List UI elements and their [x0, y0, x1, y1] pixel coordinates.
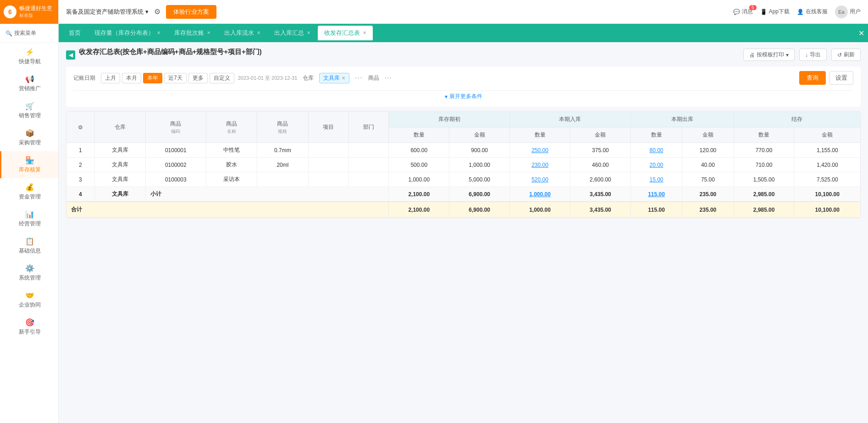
date-btn-custom[interactable]: 自定义: [210, 73, 234, 83]
app-download-label: App下载: [769, 8, 790, 16]
tab-close-icon[interactable]: ✕: [157, 31, 160, 35]
system-name-dropdown[interactable]: 装备及固定资产辅助管理系统 ▾: [66, 8, 149, 16]
warehouse-tag-close[interactable]: ✕: [342, 76, 345, 81]
tab-close-icon[interactable]: ✕: [307, 31, 310, 35]
date-btn-this-month[interactable]: 本月: [122, 73, 141, 83]
cell-out-qty[interactable]: 15.00: [630, 172, 682, 187]
cell-in-qty[interactable]: 250.00: [510, 143, 570, 158]
tab-home-label: 首页: [69, 29, 81, 37]
user-action[interactable]: Ea 用户: [835, 5, 861, 18]
warehouse-tag-text: 文具库: [323, 74, 340, 82]
th-goods-spec: 商品规格: [257, 112, 308, 143]
th-opening-amt: 金额: [449, 127, 510, 143]
sidebar-item-inventory[interactable]: 🏪 库存核算: [0, 151, 58, 178]
sidebar-item-operations[interactable]: 📊 经营管理: [0, 205, 58, 232]
tab-home[interactable]: 首页: [62, 26, 87, 40]
total-in-amt: 3,435.00: [570, 202, 630, 218]
avatar: Ea: [835, 5, 848, 18]
search-menu-button[interactable]: 🔍 搜索菜单: [4, 27, 55, 39]
th-group-opening: 库存期初: [389, 112, 510, 127]
sidebar-item-system[interactable]: ⚙️ 系统管理: [0, 259, 58, 286]
main-area: 装备及固定资产辅助管理系统 ▾ ⚙ 体验行业方案 💬 消息 6 📱 App下载 …: [59, 0, 868, 423]
cell-out-qty[interactable]: 20.00: [630, 158, 682, 172]
refresh-btn[interactable]: ↺ 刷新: [831, 49, 861, 61]
app-download-action[interactable]: 📱 App下载: [760, 8, 790, 16]
warehouse-tag: 文具库 ✕: [319, 73, 349, 83]
messages-action[interactable]: 💬 消息 6: [733, 8, 753, 16]
query-button[interactable]: 查询: [799, 71, 826, 85]
tab-label: 库存批次账: [174, 29, 204, 37]
export-btn[interactable]: ↓ 导出: [799, 49, 827, 61]
close-all-tabs-button[interactable]: ✕: [858, 29, 864, 38]
tab-batch-account[interactable]: 库存批次账 ✕: [168, 26, 217, 40]
tab-close-icon[interactable]: ✕: [257, 31, 260, 35]
inventory-icon: 🏪: [25, 156, 34, 165]
th-in-qty: 数量: [510, 127, 570, 143]
cell-in-qty[interactable]: 230.00: [510, 158, 570, 172]
sidebar: 6 畅捷通好生意 标准版 🔍 搜索菜单 ⚡ 快捷导航 📢 营销推广 🛒 销售管理…: [0, 0, 59, 423]
goods-more-btn[interactable]: ···: [385, 74, 392, 82]
service-icon: 👤: [797, 9, 804, 15]
cell-goods-spec: [257, 172, 308, 187]
date-btn-last-month[interactable]: 上月: [101, 73, 120, 83]
subtotal-label: 小计: [145, 187, 389, 202]
tab-close-icon[interactable]: ✕: [363, 31, 366, 35]
tab-close-icon[interactable]: ✕: [207, 31, 210, 35]
tab-stock-distribution[interactable]: 现存量（库存分布表） ✕: [88, 26, 167, 40]
experience-btn[interactable]: 体验行业方案: [166, 5, 216, 19]
enterprise-icon: 🤝: [25, 291, 34, 300]
total-in-qty: 1,000.00: [510, 202, 570, 218]
collapse-panel-button[interactable]: ◀: [66, 50, 75, 60]
sidebar-item-sales[interactable]: 🛒 销售管理: [0, 97, 58, 124]
total-label: 合计: [66, 202, 389, 218]
dropdown-arrow-icon: ▾: [145, 8, 149, 15]
expand-btn[interactable]: ▾ 展开更多条件: [445, 93, 482, 100]
total-closing-qty: 2,985.00: [734, 202, 794, 218]
sidebar-item-basic-info[interactable]: 📋 基础信息: [0, 232, 58, 259]
message-icon: 💬: [733, 9, 740, 15]
sidebar-item-newbie[interactable]: 🎯 新手引导: [0, 313, 58, 341]
total-out-qty: 115.00: [630, 202, 682, 218]
online-service-action[interactable]: 👤 在线客服: [797, 8, 828, 16]
tab-label: 收发存汇总表: [324, 29, 360, 37]
topbar-setting-icon[interactable]: ⚙: [154, 7, 160, 16]
cell-closing-qty: 710.00: [734, 158, 794, 172]
cell-dept: [348, 172, 389, 187]
sidebar-item-label: 企业协同: [19, 301, 41, 309]
date-btn-this-year[interactable]: 本年: [143, 73, 162, 83]
cell-in-amt: 375.00: [570, 143, 630, 158]
sidebar-item-quick-nav[interactable]: ⚡ 快捷导航: [0, 43, 58, 70]
th-project: 项目: [309, 112, 349, 143]
date-btn-more[interactable]: 更多: [188, 73, 208, 83]
date-btn-last-7-days[interactable]: 近7天: [164, 73, 187, 83]
search-icon: 🔍: [6, 30, 12, 37]
th-opening-qty: 数量: [389, 127, 449, 143]
th-closing-amt: 金额: [794, 127, 860, 143]
sidebar-item-purchase[interactable]: 📦 采购管理: [0, 124, 58, 151]
cell-in-amt: 460.00: [570, 158, 630, 172]
subtotal-row: 4 文具库 小计 2,100.00 6,900.00 1,000.00 3,43…: [66, 187, 860, 202]
tab-receive-send-summary[interactable]: 收发存汇总表 ✕: [318, 26, 373, 40]
messages-badge: 6: [749, 5, 757, 10]
th-settings[interactable]: ⚙: [66, 112, 94, 143]
sidebar-item-marketing[interactable]: 📢 营销推广: [0, 70, 58, 97]
cell-out-qty[interactable]: 80.00: [630, 143, 682, 158]
topbar-actions: 💬 消息 6 📱 App下载 👤 在线客服 Ea 用户: [733, 5, 861, 18]
cell-in-qty[interactable]: 520.00: [510, 172, 570, 187]
print-btn[interactable]: 🖨 按模板打印 ▾: [743, 49, 795, 61]
sidebar-item-enterprise[interactable]: 🤝 企业协同: [0, 286, 58, 313]
tab-in-out-summary[interactable]: 出入库汇总 ✕: [268, 26, 317, 40]
subtotal-warehouse: 文具库: [94, 187, 145, 202]
setting-button[interactable]: 设置: [829, 71, 853, 85]
table-row: 1 文具库 0100001 中性笔 0.7mm 600.00 900.00 25…: [66, 143, 860, 158]
warehouse-more-btn[interactable]: ···: [355, 74, 362, 82]
sidebar-item-finance[interactable]: 💰 资金管理: [0, 178, 58, 205]
online-service-label: 在线客服: [806, 8, 828, 16]
tab-in-out-flow[interactable]: 出入库流水 ✕: [218, 26, 267, 40]
th-group-closing: 结存: [734, 112, 860, 127]
cell-warehouse: 文具库: [94, 143, 145, 158]
cell-goods-name: 中性笔: [206, 143, 257, 158]
data-table: ⚙ 仓库 商品编码 商品名称 商品规格 项目 部门 库存期初 本期入库 本期出库…: [66, 112, 860, 218]
cell-opening-amt: 5,000.00: [449, 172, 510, 187]
print-dropdown-icon: ▾: [786, 52, 789, 58]
